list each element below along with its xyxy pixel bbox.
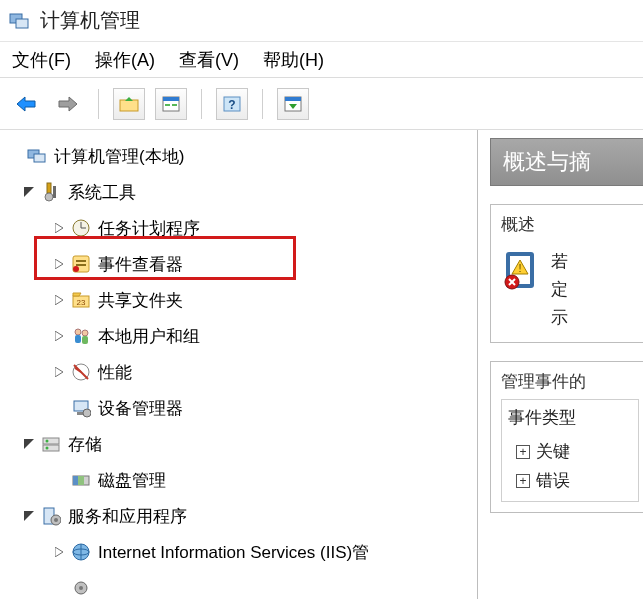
overview-line: 定	[551, 276, 568, 304]
svg-rect-4	[120, 100, 138, 111]
svg-point-50	[46, 447, 49, 450]
tree-item-extra[interactable]	[6, 570, 473, 599]
overview-line: 若	[551, 248, 568, 276]
navigation-tree: 计算机管理(本地) 系统工具	[6, 138, 473, 599]
expander-collapsed-icon[interactable]	[50, 543, 68, 561]
expander-collapsed-icon[interactable]	[50, 327, 68, 345]
arrow-right-icon	[57, 95, 79, 113]
menubar: 文件(F) 操作(A) 查看(V) 帮助(H)	[0, 42, 643, 78]
svg-rect-28	[76, 264, 86, 266]
svg-marker-58	[55, 547, 63, 557]
tree-item-shared-folders[interactable]: 23 共享文件夹	[6, 282, 473, 318]
back-button[interactable]	[10, 88, 42, 120]
tree-label: 共享文件夹	[98, 289, 183, 312]
expand-plus-icon[interactable]: +	[516, 445, 530, 459]
details-pane: 概述与摘 概述 ! 若 定	[478, 130, 643, 599]
window-title: 计算机管理	[40, 7, 140, 34]
app-icon	[8, 10, 30, 32]
svg-marker-39	[55, 367, 63, 377]
tree-item-services-apps[interactable]: 服务和应用程序	[6, 498, 473, 534]
tools-icon	[40, 181, 62, 203]
storage-icon	[40, 433, 62, 455]
menu-view[interactable]: 查看(V)	[179, 48, 239, 72]
tree-item-system-tools[interactable]: 系统工具	[6, 174, 473, 210]
svg-marker-30	[55, 295, 63, 305]
tree-label: 计算机管理(本地)	[54, 145, 184, 168]
tree-label: 性能	[98, 361, 132, 384]
svg-marker-54	[24, 511, 34, 521]
shared-folder-icon: 23	[70, 289, 92, 311]
iis-icon	[70, 541, 92, 563]
mgmt-title: 管理事件的	[501, 370, 639, 393]
svg-rect-1	[16, 19, 28, 28]
content-area: 计算机管理(本地) 系统工具	[0, 130, 643, 599]
tree-label: 设备管理器	[98, 397, 183, 420]
expander-expanded-icon[interactable]	[20, 435, 38, 453]
folder-up-icon	[119, 95, 139, 113]
expander-collapsed-icon[interactable]	[50, 291, 68, 309]
svg-point-37	[82, 330, 88, 336]
event-type-label: 关键	[536, 440, 570, 463]
menu-action[interactable]: 操作(A)	[95, 48, 155, 72]
overview-title: 概述	[501, 213, 639, 236]
overview-groupbox: 概述 ! 若 定 示	[490, 204, 643, 343]
tree-item-task-scheduler[interactable]: 任务计划程序	[6, 210, 473, 246]
svg-text:!: !	[518, 262, 521, 274]
svg-rect-47	[43, 438, 59, 444]
tree-item-local-users-groups[interactable]: 本地用户和组	[6, 318, 473, 354]
svg-point-19	[45, 193, 53, 201]
svg-marker-21	[55, 223, 63, 233]
expand-plus-icon[interactable]: +	[516, 474, 530, 488]
properties-button[interactable]	[155, 88, 187, 120]
gear-icon	[70, 577, 92, 599]
toolbar-separator	[98, 89, 99, 119]
overview-text: 若 定 示	[551, 248, 568, 332]
tree-label: Internet Information Services (IIS)管	[98, 541, 369, 564]
services-icon	[40, 505, 62, 527]
tree-item-disk-management[interactable]: 磁盘管理	[6, 462, 473, 498]
svg-rect-27	[76, 260, 86, 262]
tree-label: 事件查看器	[98, 253, 183, 276]
event-type-critical[interactable]: + 关键	[508, 437, 632, 466]
tree-item-event-viewer[interactable]: 事件查看器	[6, 246, 473, 282]
overview-line: 示	[551, 304, 568, 332]
details-header: 概述与摘	[490, 138, 643, 186]
expander-collapsed-icon[interactable]	[50, 255, 68, 273]
expander-collapsed-icon[interactable]	[50, 219, 68, 237]
forward-button[interactable]	[52, 88, 84, 120]
svg-point-63	[79, 586, 83, 590]
svg-rect-53	[78, 476, 84, 485]
tree-item-device-manager[interactable]: 设备管理器	[6, 390, 473, 426]
svg-point-29	[73, 266, 79, 272]
tree-root[interactable]: 计算机管理(本地)	[6, 138, 473, 174]
menu-help[interactable]: 帮助(H)	[263, 48, 324, 72]
svg-rect-7	[163, 97, 179, 101]
help-icon: ?	[222, 95, 242, 113]
svg-point-49	[46, 440, 49, 443]
action-pane-button[interactable]	[277, 88, 309, 120]
tree-pane: 计算机管理(本地) 系统工具	[0, 130, 478, 599]
svg-point-45	[83, 409, 91, 417]
up-folder-button[interactable]	[113, 88, 145, 120]
tree-item-storage[interactable]: 存储	[6, 426, 473, 462]
svg-point-57	[54, 518, 58, 522]
svg-rect-9	[172, 104, 177, 106]
svg-rect-38	[82, 336, 88, 344]
expander-expanded-icon[interactable]	[20, 183, 38, 201]
help-button[interactable]: ?	[216, 88, 248, 120]
toolbar: ?	[0, 78, 643, 130]
event-type-error[interactable]: + 错误	[508, 466, 632, 495]
properties-icon	[161, 95, 181, 113]
expander-collapsed-icon[interactable]	[50, 363, 68, 381]
tree-item-performance[interactable]: 性能	[6, 354, 473, 390]
tree-label: 系统工具	[68, 181, 136, 204]
action-pane-icon	[283, 95, 303, 113]
menu-file[interactable]: 文件(F)	[12, 48, 71, 72]
svg-rect-36	[75, 335, 81, 343]
event-type-label: 错误	[536, 469, 570, 492]
expander-expanded-icon[interactable]	[20, 507, 38, 525]
tree-label: 本地用户和组	[98, 325, 200, 348]
svg-marker-34	[55, 331, 63, 341]
tree-item-iis[interactable]: Internet Information Services (IIS)管	[6, 534, 473, 570]
svg-rect-13	[285, 97, 301, 101]
